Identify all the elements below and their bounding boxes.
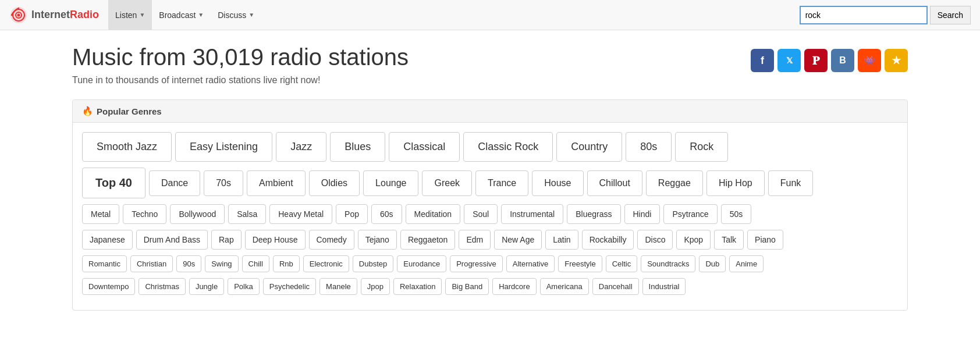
- genre-jazz[interactable]: Jazz: [276, 132, 326, 162]
- genre-classic-rock[interactable]: Classic Rock: [463, 132, 553, 162]
- genre-chillout[interactable]: Chillout: [587, 170, 642, 196]
- genre-hip-hop[interactable]: Hip Hop: [706, 170, 765, 196]
- page-title: Music from 30,019 radio stations: [72, 44, 409, 70]
- genre-swing[interactable]: Swing: [205, 255, 238, 272]
- genre-comedy[interactable]: Comedy: [309, 230, 354, 250]
- brand-text-internet: Internet: [31, 9, 70, 21]
- genre-chill[interactable]: Chill: [242, 255, 269, 272]
- listen-label: Listen: [115, 10, 137, 20]
- genre-edm[interactable]: Edm: [459, 230, 491, 250]
- genre-industrial[interactable]: Industrial: [642, 278, 686, 295]
- genre-salsa[interactable]: Salsa: [228, 204, 266, 224]
- genre-drum-and-bass[interactable]: Drum And Bass: [136, 230, 208, 250]
- genre-ambient[interactable]: Ambient: [247, 170, 306, 196]
- genre-greek[interactable]: Greek: [422, 170, 472, 196]
- genre-dancehall[interactable]: Dancehall: [592, 278, 639, 295]
- genre-70s[interactable]: 70s: [204, 170, 243, 196]
- genre-rap[interactable]: Rap: [211, 230, 242, 250]
- genre-soundtracks[interactable]: Soundtracks: [641, 255, 695, 272]
- genre-classical[interactable]: Classical: [389, 132, 460, 162]
- genre-oldies[interactable]: Oldies: [309, 170, 360, 196]
- genre-rock[interactable]: Rock: [675, 132, 728, 162]
- genre-new-age[interactable]: New Age: [494, 230, 542, 250]
- genre-manele[interactable]: Manele: [319, 278, 357, 295]
- brand-logo[interactable]: InternetRadio: [9, 6, 99, 24]
- genre-rockabilly[interactable]: Rockabilly: [582, 230, 634, 250]
- genre-eurodance[interactable]: Eurodance: [397, 255, 446, 272]
- broadcast-label: Broadcast: [159, 10, 196, 20]
- genre-relaxation[interactable]: Relaxation: [393, 278, 442, 295]
- genre-bollywood[interactable]: Bollywood: [170, 204, 225, 224]
- genre-heavy-metal[interactable]: Heavy Metal: [269, 204, 332, 224]
- genre-japanese[interactable]: Japanese: [82, 230, 133, 250]
- genre-kpop[interactable]: Kpop: [676, 230, 711, 250]
- brand-icon: [9, 6, 28, 24]
- genre-alternative[interactable]: Alternative: [506, 255, 555, 272]
- genre-blues[interactable]: Blues: [330, 132, 385, 162]
- genre-hardcore[interactable]: Hardcore: [492, 278, 536, 295]
- genre-deep-house[interactable]: Deep House: [245, 230, 306, 250]
- genre-50s[interactable]: 50s: [721, 204, 752, 224]
- twitter-icon[interactable]: 𝕏: [777, 49, 801, 72]
- genre-soul[interactable]: Soul: [464, 204, 498, 224]
- genre-celtic[interactable]: Celtic: [606, 255, 638, 272]
- genres-title: Popular Genres: [97, 106, 162, 116]
- genre-80s[interactable]: 80s: [626, 132, 672, 162]
- genre-easy-listening[interactable]: Easy Listening: [175, 132, 272, 162]
- genre-house[interactable]: House: [532, 170, 583, 196]
- discuss-menu[interactable]: Discuss ▼: [211, 0, 261, 30]
- genre-60s[interactable]: 60s: [371, 204, 402, 224]
- genre-electronic[interactable]: Electronic: [303, 255, 349, 272]
- genre-trance[interactable]: Trance: [475, 170, 528, 196]
- genre-downtempo[interactable]: Downtempo: [82, 278, 135, 295]
- genre-big-band[interactable]: Big Band: [445, 278, 489, 295]
- favorite-icon[interactable]: ★: [885, 49, 908, 72]
- genre-reggae[interactable]: Reggae: [646, 170, 703, 196]
- genre-christmas[interactable]: Christmas: [139, 278, 186, 295]
- genre-lounge[interactable]: Lounge: [363, 170, 418, 196]
- genre-christian[interactable]: Christian: [130, 255, 173, 272]
- facebook-icon[interactable]: f: [751, 49, 774, 72]
- genre-90s[interactable]: 90s: [176, 255, 201, 272]
- genre-dub[interactable]: Dub: [699, 255, 726, 272]
- search-button[interactable]: Search: [930, 6, 971, 24]
- broadcast-menu[interactable]: Broadcast ▼: [152, 0, 211, 30]
- genre-pop[interactable]: Pop: [336, 204, 368, 224]
- genre-country[interactable]: Country: [556, 132, 622, 162]
- genre-talk[interactable]: Talk: [714, 230, 744, 250]
- genre-americana[interactable]: Americana: [540, 278, 589, 295]
- brand-text-radio: Radio: [70, 9, 99, 21]
- genre-dance[interactable]: Dance: [149, 170, 200, 196]
- genre-metal[interactable]: Metal: [82, 204, 119, 224]
- genre-progressive[interactable]: Progressive: [450, 255, 503, 272]
- genre-dubstep[interactable]: Dubstep: [353, 255, 393, 272]
- reddit-icon[interactable]: 👾: [858, 49, 881, 72]
- genre-jungle[interactable]: Jungle: [189, 278, 224, 295]
- genre-rnb[interactable]: Rnb: [273, 255, 300, 272]
- genre-romantic[interactable]: Romantic: [82, 255, 127, 272]
- listen-menu[interactable]: Listen ▼: [108, 0, 152, 30]
- vk-icon[interactable]: В: [831, 49, 854, 72]
- genre-latin[interactable]: Latin: [545, 230, 578, 250]
- search-input[interactable]: [800, 6, 928, 24]
- genre-techno[interactable]: Techno: [123, 204, 166, 224]
- broadcast-caret: ▼: [198, 12, 204, 18]
- pinterest-icon[interactable]: 𝐏: [804, 49, 828, 72]
- genre-disco[interactable]: Disco: [637, 230, 673, 250]
- genre-hindi[interactable]: Hindi: [624, 204, 661, 224]
- genre-top40[interactable]: Top 40: [82, 168, 145, 198]
- genre-polka[interactable]: Polka: [228, 278, 260, 295]
- genre-funk[interactable]: Funk: [768, 170, 814, 196]
- genre-meditation[interactable]: Meditation: [406, 204, 461, 224]
- genre-jpop[interactable]: Jpop: [361, 278, 390, 295]
- genre-tejano[interactable]: Tejano: [358, 230, 397, 250]
- genre-psychedelic[interactable]: Psychedelic: [263, 278, 316, 295]
- genre-anime[interactable]: Anime: [729, 255, 764, 272]
- genre-bluegrass[interactable]: Bluegrass: [567, 204, 620, 224]
- genre-freestyle[interactable]: Freestyle: [558, 255, 602, 272]
- genre-instrumental[interactable]: Instrumental: [501, 204, 563, 224]
- genre-smooth-jazz[interactable]: Smooth Jazz: [82, 132, 172, 162]
- genre-psytrance[interactable]: Psytrance: [663, 204, 717, 224]
- genre-reggaeton[interactable]: Reggaeton: [400, 230, 456, 250]
- genre-piano[interactable]: Piano: [747, 230, 783, 250]
